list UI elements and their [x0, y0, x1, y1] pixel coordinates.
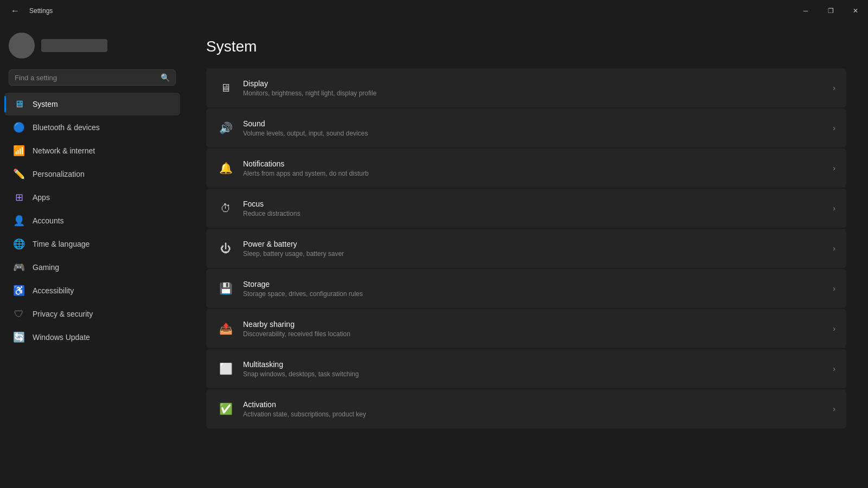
sidebar-item-label-update: Windows Update — [33, 333, 90, 342]
privacy-icon: 🛡 — [13, 308, 25, 320]
user-profile[interactable] — [0, 26, 184, 69]
settings-item-display[interactable]: 🖥DisplayMonitors, brightness, night ligh… — [206, 68, 846, 107]
sidebar-item-privacy[interactable]: 🛡Privacy & security — [4, 303, 180, 325]
sidebar-item-personalization[interactable]: ✏️Personalization — [4, 163, 180, 185]
bluetooth-icon: 🔵 — [13, 121, 25, 133]
notifications-title: Notifications — [243, 159, 824, 168]
power-title: Power & battery — [243, 240, 824, 248]
nearby-title: Nearby sharing — [243, 320, 824, 329]
user-name — [41, 39, 107, 52]
display-title: Display — [243, 79, 824, 88]
time-icon: 🌐 — [13, 238, 25, 250]
multitasking-title: Multitasking — [243, 360, 824, 369]
focus-subtitle: Reduce distractions — [243, 210, 824, 217]
nearby-chevron-icon: › — [833, 324, 835, 333]
sidebar-item-network[interactable]: 📶Network & internet — [4, 139, 180, 162]
avatar — [9, 33, 35, 59]
apps-icon: ⊞ — [13, 191, 25, 203]
sidebar-nav: 🖥System🔵Bluetooth & devices📶Network & in… — [0, 92, 184, 349]
storage-chevron-icon: › — [833, 284, 835, 293]
sound-title: Sound — [243, 119, 824, 128]
sidebar-item-label-personalization: Personalization — [33, 170, 85, 178]
settings-item-focus[interactable]: ⏱FocusReduce distractions› — [206, 189, 846, 228]
sidebar-item-label-time: Time & language — [33, 240, 90, 248]
power-icon: ⏻ — [217, 240, 234, 257]
title-bar: ← Settings ─ ❐ ✕ — [0, 0, 868, 22]
sidebar-item-accessibility[interactable]: ♿Accessibility — [4, 279, 180, 302]
sidebar-item-label-gaming: Gaming — [33, 263, 59, 272]
focus-chevron-icon: › — [833, 204, 835, 213]
settings-item-storage[interactable]: 💾StorageStorage space, drives, configura… — [206, 269, 846, 308]
multitasking-text: MultitaskingSnap windows, desktops, task… — [243, 360, 824, 378]
sidebar-item-label-apps: Apps — [33, 193, 50, 202]
settings-item-nearby[interactable]: 📤Nearby sharingDiscoverability, received… — [206, 309, 846, 348]
minimize-button[interactable]: ─ — [793, 0, 818, 22]
settings-item-power[interactable]: ⏻Power & batterySleep, battery usage, ba… — [206, 229, 846, 268]
sidebar-item-time[interactable]: 🌐Time & language — [4, 233, 180, 255]
display-icon: 🖥 — [217, 79, 234, 97]
search-icon: 🔍 — [161, 73, 170, 82]
accessibility-icon: ♿ — [13, 285, 25, 297]
power-chevron-icon: › — [833, 244, 835, 253]
personalization-icon: ✏️ — [13, 168, 25, 180]
accounts-icon: 👤 — [13, 215, 25, 227]
sound-chevron-icon: › — [833, 124, 835, 132]
sidebar-item-accounts[interactable]: 👤Accounts — [4, 209, 180, 232]
display-text: DisplayMonitors, brightness, night light… — [243, 79, 824, 97]
notifications-text: NotificationsAlerts from apps and system… — [243, 159, 824, 177]
sidebar-item-label-bluetooth: Bluetooth & devices — [33, 123, 100, 132]
back-button[interactable]: ← — [7, 4, 24, 18]
search-bar: 🔍 — [9, 69, 176, 86]
power-subtitle: Sleep, battery usage, battery saver — [243, 250, 824, 258]
sidebar-item-label-network: Network & internet — [33, 146, 95, 155]
sound-subtitle: Volume levels, output, input, sound devi… — [243, 130, 824, 137]
sidebar-item-update[interactable]: 🔄Windows Update — [4, 326, 180, 349]
activation-icon: ✅ — [217, 400, 234, 418]
focus-icon: ⏱ — [217, 200, 234, 217]
power-text: Power & batterySleep, battery usage, bat… — [243, 240, 824, 258]
content-area: System 🖥DisplayMonitors, brightness, nig… — [184, 22, 868, 488]
activation-text: ActivationActivation state, subscription… — [243, 400, 824, 418]
sidebar-item-label-accessibility: Accessibility — [33, 286, 74, 295]
nearby-icon: 📤 — [217, 320, 234, 337]
storage-title: Storage — [243, 280, 824, 288]
gaming-icon: 🎮 — [13, 261, 25, 273]
focus-text: FocusReduce distractions — [243, 200, 824, 217]
settings-item-multitasking[interactable]: ⬜MultitaskingSnap windows, desktops, tas… — [206, 349, 846, 388]
multitasking-chevron-icon: › — [833, 364, 835, 373]
display-subtitle: Monitors, brightness, night light, displ… — [243, 89, 824, 97]
title-bar-controls: ─ ❐ ✕ — [793, 0, 868, 22]
notifications-chevron-icon: › — [833, 164, 835, 172]
multitasking-subtitle: Snap windows, desktops, task switching — [243, 370, 824, 378]
activation-chevron-icon: › — [833, 404, 835, 413]
activation-subtitle: Activation state, subscriptions, product… — [243, 410, 824, 418]
storage-text: StorageStorage space, drives, configurat… — [243, 280, 824, 298]
sidebar-item-gaming[interactable]: 🎮Gaming — [4, 256, 180, 279]
sidebar-item-bluetooth[interactable]: 🔵Bluetooth & devices — [4, 116, 180, 139]
title-bar-left: ← Settings — [7, 4, 53, 18]
multitasking-icon: ⬜ — [217, 360, 234, 377]
notifications-icon: 🔔 — [217, 159, 234, 177]
search-input[interactable] — [15, 74, 156, 82]
settings-list: 🖥DisplayMonitors, brightness, night ligh… — [206, 68, 846, 428]
sidebar-item-system[interactable]: 🖥System — [4, 93, 180, 115]
update-icon: 🔄 — [13, 331, 25, 343]
notifications-subtitle: Alerts from apps and system, do not dist… — [243, 170, 824, 177]
storage-subtitle: Storage space, drives, configuration rul… — [243, 290, 824, 298]
sidebar-item-label-privacy: Privacy & security — [33, 310, 93, 318]
nearby-text: Nearby sharingDiscoverability, received … — [243, 320, 824, 338]
page-title: System — [206, 38, 846, 55]
close-button[interactable]: ✕ — [843, 0, 868, 22]
sidebar-item-label-accounts: Accounts — [33, 216, 64, 225]
sound-icon: 🔊 — [217, 119, 234, 137]
settings-item-notifications[interactable]: 🔔NotificationsAlerts from apps and syste… — [206, 149, 846, 188]
settings-item-sound[interactable]: 🔊SoundVolume levels, output, input, soun… — [206, 108, 846, 147]
storage-icon: 💾 — [217, 280, 234, 297]
sidebar-item-apps[interactable]: ⊞Apps — [4, 186, 180, 209]
sound-text: SoundVolume levels, output, input, sound… — [243, 119, 824, 137]
restore-button[interactable]: ❐ — [818, 0, 843, 22]
settings-item-activation[interactable]: ✅ActivationActivation state, subscriptio… — [206, 389, 846, 428]
main-layout: 🔍 🖥System🔵Bluetooth & devices📶Network & … — [0, 22, 868, 488]
network-icon: 📶 — [13, 145, 25, 157]
focus-title: Focus — [243, 200, 824, 208]
